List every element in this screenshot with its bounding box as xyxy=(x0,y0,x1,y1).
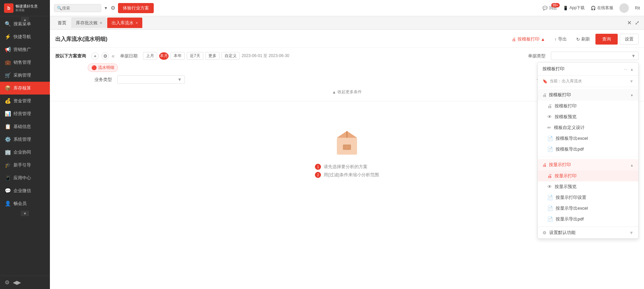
sidebar-item-label: 销售管理 xyxy=(13,59,31,65)
tab-close-inventory-batch[interactable]: × xyxy=(100,21,102,25)
sidebar-item-purchase[interactable]: 🛒 采购管理 xyxy=(0,69,50,82)
template-export-pdf-item[interactable]: 📄 按模板导出pdf xyxy=(538,144,638,155)
sidebar: b 畅捷通好生意 标准版 ▲ 🔍 搜索菜单 ⚡ 快捷导航 📢 营销推广 💼 销售… xyxy=(0,0,50,289)
settings-button[interactable]: 设置 xyxy=(620,34,639,45)
current-item-arrow: ▼ xyxy=(630,79,634,84)
template-print-item[interactable]: 🖨 按模板打印 xyxy=(538,101,638,111)
template-preview-item[interactable]: 👁 按模板预览 xyxy=(538,111,638,122)
display-export-pdf-item[interactable]: 📄 按显示导出pdf xyxy=(538,214,638,225)
search-icon: 🔍 xyxy=(57,6,62,10)
sidebar-logo: b 畅捷通好生意 标准版 xyxy=(0,0,50,16)
step-1-number: 1 xyxy=(315,164,321,170)
app-name: 畅捷通好生意 标准版 xyxy=(16,4,38,12)
display-export-excel-item[interactable]: 📄 按显示导出excel xyxy=(538,203,638,214)
sales-icon: 💼 xyxy=(5,59,11,65)
window-close-button[interactable]: ✕ xyxy=(626,19,633,27)
voucher-type-select[interactable]: ▼ xyxy=(551,52,639,60)
settings-arrow: ▼ xyxy=(629,230,634,235)
search-field[interactable]: 🔍 xyxy=(54,4,101,12)
dropdown-current-item[interactable]: 🔖 当前：出入库流水 ▼ xyxy=(538,76,638,87)
settings-icon[interactable]: ⚙ xyxy=(5,279,9,286)
date-this-month[interactable]: 本月 xyxy=(159,52,169,60)
dropdown-collapse-icon[interactable] xyxy=(630,67,634,72)
tab-close-stock-flow[interactable]: × xyxy=(136,21,138,25)
sidebar-scroll-down[interactable]: ▼ xyxy=(21,211,29,216)
sidebar-scroll-up[interactable]: ▲ xyxy=(21,17,29,22)
sidebar-item-enterprise[interactable]: 🏢 企业协同 xyxy=(0,146,50,159)
tab-home[interactable]: 首页 xyxy=(53,18,71,28)
filter-settings-button[interactable]: ⚙ xyxy=(101,52,109,60)
topbar: 🔍 ▼ ⚙ 体验行业方案 💬 消息 99+ 📱 App下载 🎧 在线客服 Rit xyxy=(50,0,644,16)
template-section-arrow xyxy=(630,93,634,98)
template-custom-item[interactable]: ✏ 模板自定义设计 xyxy=(538,122,638,133)
sidebar-item-label: 新手引导 xyxy=(13,162,31,168)
sidebar-item-finance[interactable]: 💰 资金管理 xyxy=(0,95,50,107)
sidebar-item-member[interactable]: 👤 畅会员 xyxy=(0,197,50,210)
online-service-button[interactable]: 🎧 在线客服 xyxy=(591,5,613,11)
dropdown-settings-item[interactable]: ⚙ 设置默认功能 ▼ xyxy=(538,227,638,238)
search-input[interactable] xyxy=(62,6,98,10)
date-range-label: 2023-06-01 至 2023-06-30 xyxy=(242,53,289,59)
window-expand-button[interactable]: ⤢ xyxy=(634,19,641,27)
sidebar-item-inventory[interactable]: 📦 库存核算 xyxy=(0,82,50,95)
tab-inventory-batch[interactable]: 库存批次账 × xyxy=(71,18,107,28)
display-export-pdf-icon: 📄 xyxy=(547,216,553,222)
display-preview-item[interactable]: 👁 按显示预览 xyxy=(538,181,638,192)
date-custom[interactable]: 自定义 xyxy=(222,52,240,60)
message-button[interactable]: 💬 消息 99+ xyxy=(543,5,557,11)
date-more[interactable]: 更多 xyxy=(205,52,219,60)
refresh-button[interactable]: ↻ 刷新 xyxy=(574,35,593,44)
display-print-settings-item[interactable]: 📄 按显示打印设置 xyxy=(538,192,638,203)
sidebar-item-basic[interactable]: 📋 基础信息 xyxy=(0,120,50,133)
filter-tag-icon: 🔴 xyxy=(91,65,97,70)
sidebar-item-label: 营销推广 xyxy=(13,47,31,53)
sidebar-item-system[interactable]: ⚙️ 系统管理 xyxy=(0,133,50,146)
print-template-button[interactable]: 🖨 按模板打印 ▲ xyxy=(509,35,548,44)
sidebar-item-guide[interactable]: 🎓 新手引导 xyxy=(0,159,50,172)
filter-actions: + ⚙ « xyxy=(91,52,115,60)
collapse-sidebar-icon[interactable]: ◀▶ xyxy=(13,279,21,286)
template-print-header-icon: 🖨 xyxy=(543,93,547,98)
current-item-icon: 🔖 xyxy=(543,79,548,84)
app-download-button[interactable]: 📱 App下载 xyxy=(563,5,585,11)
sidebar-item-app-center[interactable]: 📱 应用中心 xyxy=(0,172,50,184)
quick-nav-icon: ⚡ xyxy=(5,34,11,40)
topbar-gear-icon[interactable]: ⚙ xyxy=(111,5,115,11)
date-last-month[interactable]: 上月 xyxy=(143,52,157,60)
tab-stock-flow[interactable]: 出入库流水 × xyxy=(107,18,142,28)
sidebar-item-wechat[interactable]: 💬 企业微信 xyxy=(0,184,50,197)
template-export-excel-item[interactable]: 📄 按模板导出excel xyxy=(538,133,638,144)
sidebar-item-quick-nav[interactable]: ⚡ 快捷导航 xyxy=(0,30,50,43)
collapse-button[interactable]: ▲ 收起更多条件 xyxy=(330,87,364,97)
page-actions: 🖨 按模板打印 ▲ ↑ 导出 ↻ 刷新 xyxy=(509,35,593,44)
sidebar-item-marketing[interactable]: 📢 营销推广 xyxy=(0,43,50,56)
filter-collapse-icon[interactable]: « xyxy=(112,53,115,59)
date-last-7-days[interactable]: 近7天 xyxy=(187,52,203,60)
display-print-settings-icon: 📄 xyxy=(547,195,553,200)
template-print-header[interactable]: 🖨 按模板打印 xyxy=(538,89,638,101)
sidebar-item-sales[interactable]: 💼 销售管理 xyxy=(0,56,50,69)
voucher-type-arrow: ▼ xyxy=(631,53,636,58)
display-print-header[interactable]: 🖨 按显示打印 xyxy=(538,159,638,170)
marketing-icon: 📢 xyxy=(5,47,11,53)
display-print-item[interactable]: 🖨 按显示打印 xyxy=(538,170,638,181)
sidebar-item-operation[interactable]: 📊 经营管理 xyxy=(0,107,50,120)
business-type-select[interactable]: ▼ xyxy=(117,75,185,84)
dropdown-more-icon[interactable]: ··· xyxy=(624,67,627,72)
export-button[interactable]: ↑ 导出 xyxy=(552,35,570,44)
template-export-excel-icon: 📄 xyxy=(547,136,553,141)
user-avatar[interactable] xyxy=(619,3,629,13)
empty-state-icon xyxy=(330,126,364,160)
query-button[interactable]: 查询 xyxy=(595,34,618,45)
display-print-header-icon: 🖨 xyxy=(543,162,547,167)
template-custom-icon: ✏ xyxy=(547,125,551,130)
filter-add-button[interactable]: + xyxy=(91,52,99,60)
trial-button[interactable]: 体验行业方案 xyxy=(118,3,154,13)
refresh-icon: ↻ xyxy=(576,37,580,42)
date-this-year[interactable]: 本年 xyxy=(171,52,185,60)
page-header: 出入库流水(流水明细) 🖨 按模板打印 ▲ ↑ 导出 ↻ 刷新 xyxy=(50,30,644,48)
filter-tag-item[interactable]: 🔴 流水明细 xyxy=(88,63,118,72)
date-label: 单据日期 xyxy=(120,53,138,59)
enterprise-icon: 🏢 xyxy=(5,149,11,155)
search-dropdown-arrow[interactable]: ▼ xyxy=(104,6,108,10)
